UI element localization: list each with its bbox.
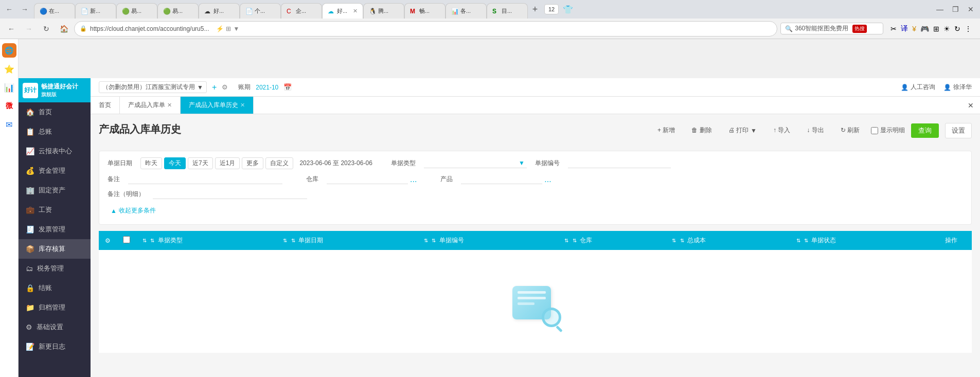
translate-icon[interactable]: 译 bbox=[901, 24, 908, 33]
import-button[interactable]: ↑ 导入 bbox=[768, 124, 795, 137]
settings-icon[interactable]: ⚙ bbox=[222, 83, 228, 91]
more-icon[interactable]: ⋮ bbox=[965, 25, 972, 33]
col-settings[interactable]: ⚙ bbox=[99, 231, 117, 250]
delete-button[interactable]: 🗑 删除 bbox=[686, 124, 717, 137]
add-button[interactable]: + 新增 bbox=[652, 124, 680, 137]
product-dots[interactable]: ... bbox=[544, 175, 551, 184]
voucher-no-input[interactable] bbox=[568, 158, 671, 168]
nav-home[interactable]: 🏠 bbox=[57, 22, 71, 36]
tab-12[interactable]: S 目... bbox=[487, 3, 528, 19]
col-checkbox[interactable] bbox=[117, 231, 136, 250]
warehouse-dots[interactable]: ... bbox=[410, 175, 417, 184]
sun-icon[interactable]: ☀ bbox=[943, 25, 950, 33]
sidebar-weibo-icon[interactable]: 微 bbox=[2, 99, 16, 113]
maximize-button[interactable]: ❐ bbox=[948, 2, 963, 16]
remarks-input[interactable] bbox=[128, 174, 282, 184]
service-button[interactable]: 👤 人工咨询 bbox=[901, 83, 935, 92]
col-voucher-date[interactable]: ⇅ 单据日期 bbox=[277, 231, 417, 250]
nav-archive[interactable]: 📁 归档管理 bbox=[19, 298, 91, 317]
nav-forward[interactable]: → bbox=[22, 22, 36, 36]
voucher-type-select[interactable]: ▼ bbox=[424, 158, 527, 168]
print-button[interactable]: 🖨 打印 ▼ bbox=[723, 124, 762, 137]
today-btn[interactable]: 今天 bbox=[164, 157, 186, 169]
breadcrumb-home[interactable]: 首页 bbox=[91, 97, 120, 114]
yesterday-btn[interactable]: 昨天 bbox=[140, 157, 162, 169]
show-details-label[interactable]: 显示明细 bbox=[871, 126, 905, 135]
forward-button[interactable]: → bbox=[17, 2, 32, 16]
page-tab-list[interactable]: 产成品入库单 ✕ bbox=[120, 97, 181, 114]
nav-back[interactable]: ← bbox=[4, 22, 19, 36]
query-button[interactable]: 查询 bbox=[911, 123, 939, 138]
new-tab-button[interactable]: + bbox=[528, 2, 542, 16]
refresh2-icon[interactable]: ↻ bbox=[954, 25, 960, 33]
nav-settings[interactable]: ⚙ 基础设置 bbox=[19, 317, 91, 337]
company-selector[interactable]: （勿删勿禁用）江西服宝测试专用 ▼ bbox=[99, 81, 207, 93]
tab-10[interactable]: M 畅... bbox=[404, 3, 446, 19]
chevron-down-icon[interactable]: ▼ bbox=[233, 25, 239, 32]
col-voucher-type[interactable]: ⇅ 单据类型 bbox=[136, 231, 277, 250]
col-warehouse[interactable]: ⇅ 仓库 bbox=[558, 231, 666, 250]
1month-btn[interactable]: 近1月 bbox=[215, 157, 240, 169]
tab-9[interactable]: 🐧 腾... bbox=[363, 3, 404, 19]
page-tab-history[interactable]: 产成品入库单历史 ✕ bbox=[181, 97, 254, 114]
scissors-icon[interactable]: ✂ bbox=[890, 25, 897, 33]
collapse-button[interactable]: ▲ 收起更多条件 bbox=[108, 203, 963, 218]
remarks2-input[interactable] bbox=[153, 189, 307, 199]
col-total-cost[interactable]: ⇅ 总成本 bbox=[666, 231, 790, 250]
nav-invoice[interactable]: 🧾 发票管理 bbox=[19, 220, 91, 239]
nav-close-accounts[interactable]: 🔒 结账 bbox=[19, 278, 91, 298]
sidebar-browser-icon[interactable]: 🌐 bbox=[2, 43, 16, 58]
sidebar-mail-icon[interactable]: ✉ bbox=[2, 117, 16, 132]
period-value[interactable]: 2021-10 bbox=[256, 84, 278, 91]
nav-tax[interactable]: 🗂 税务管理 bbox=[19, 259, 91, 278]
add-company-button[interactable]: + bbox=[212, 83, 217, 92]
tab-8[interactable]: ☁ 好... ✕ bbox=[322, 3, 363, 19]
nav-home[interactable]: 🏠 首页 bbox=[19, 102, 91, 122]
col-voucher-status[interactable]: ⇅ 单据状态 bbox=[790, 231, 931, 250]
nav-inventory[interactable]: 📦 库存核算 bbox=[19, 239, 91, 259]
nav-reports[interactable]: 📈 云报表中心 bbox=[19, 141, 91, 161]
nav-refresh[interactable]: ↻ bbox=[39, 22, 54, 36]
nav-ledger[interactable]: 📋 总账 bbox=[19, 122, 91, 141]
7days-btn[interactable]: 近7天 bbox=[188, 157, 213, 169]
product-input[interactable] bbox=[461, 174, 542, 184]
tab-history-close[interactable]: ✕ bbox=[240, 102, 245, 109]
warehouse-input[interactable] bbox=[327, 174, 408, 184]
custom-btn[interactable]: 自定义 bbox=[265, 157, 293, 169]
refresh-button[interactable]: ↻ 刷新 bbox=[835, 124, 865, 137]
tab-7[interactable]: C 企... bbox=[281, 3, 322, 19]
col-voucher-no[interactable]: ⇅ 单据编号 bbox=[418, 231, 558, 250]
calendar-icon[interactable]: 📅 bbox=[283, 83, 292, 91]
nav-funds[interactable]: 💰 资金管理 bbox=[19, 161, 91, 181]
tab-count[interactable]: 12 bbox=[544, 4, 559, 14]
more-btn[interactable]: 更多 bbox=[242, 157, 263, 169]
tab-3[interactable]: 🟢 易... bbox=[116, 3, 157, 19]
grid2-icon[interactable]: ⊞ bbox=[933, 25, 939, 33]
tab-list-close[interactable]: ✕ bbox=[167, 102, 172, 109]
settings-button[interactable]: 设置 bbox=[945, 123, 972, 138]
select-all-checkbox[interactable] bbox=[123, 236, 130, 243]
back-button[interactable]: ← bbox=[2, 2, 16, 16]
sidebar-chart-icon[interactable]: 📊 bbox=[2, 80, 16, 95]
show-details-checkbox[interactable] bbox=[871, 127, 878, 134]
tab-2[interactable]: 📄 新... bbox=[75, 3, 116, 19]
nav-assets[interactable]: 🏢 固定资产 bbox=[19, 181, 91, 200]
game-icon[interactable]: 🎮 bbox=[920, 25, 929, 33]
tab-5[interactable]: ☁ 好... bbox=[199, 3, 240, 19]
url-bar[interactable]: 🔒 https://cloud.chanjet.com/accounting/u… bbox=[74, 21, 777, 37]
tab-11[interactable]: 📊 各... bbox=[446, 3, 487, 19]
sidebar-star-icon[interactable]: ⭐ bbox=[2, 62, 16, 76]
tab-4[interactable]: 🟢 易... bbox=[157, 3, 199, 19]
export-button[interactable]: ↓ 导出 bbox=[801, 124, 829, 137]
nav-payroll[interactable]: 💼 工资 bbox=[19, 200, 91, 220]
tab-1[interactable]: 🔵 在... bbox=[34, 3, 75, 19]
hot-search-badge[interactable]: 热搜 bbox=[852, 25, 867, 33]
tab-8-close[interactable]: ✕ bbox=[353, 8, 358, 14]
user-info[interactable]: 👤 徐泽华 bbox=[943, 83, 972, 92]
nav-changelog[interactable]: 📝 新更日志 bbox=[19, 337, 91, 356]
close-window-button[interactable]: ✕ bbox=[964, 2, 978, 16]
minimize-button[interactable]: — bbox=[933, 2, 947, 16]
search-box[interactable]: 🔍 360智能抠图免费用 热搜 bbox=[780, 23, 883, 34]
currency-icon[interactable]: ¥ bbox=[912, 25, 916, 33]
panel-close-button[interactable]: ✕ bbox=[961, 97, 980, 114]
